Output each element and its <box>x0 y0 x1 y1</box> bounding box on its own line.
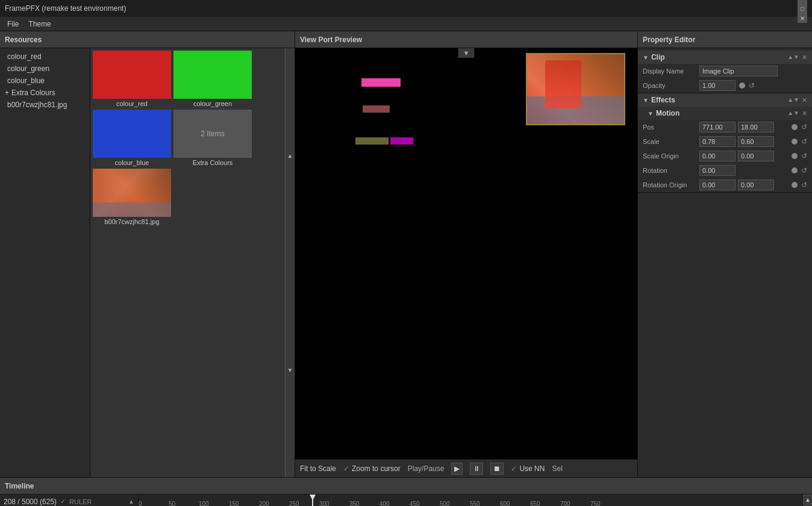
timeline-v-scroll: ▲ ▼ <box>802 495 812 506</box>
pe-display-name-label: Display Name <box>643 67 697 75</box>
play-button[interactable]: ▶ <box>451 463 463 475</box>
resource-item-colour-red[interactable]: colour_red <box>0 51 90 63</box>
pe-pos-refresh-icon[interactable]: ↺ <box>801 123 807 131</box>
pe-pos-row: Pos ↺ <box>638 120 812 134</box>
pe-motion-x-icon[interactable]: ✕ <box>802 110 807 117</box>
vp-element-darkred <box>363 105 390 113</box>
resources-panel: Resources colour_red colour_green colour… <box>0 31 295 477</box>
pe-rotation-origin-label: Rotation Origin <box>643 181 697 189</box>
resource-group-extra-colours[interactable]: + Extra Colours <box>0 87 90 99</box>
resource-grid-extra-colours[interactable]: 2 Items Extra Colours <box>173 110 252 166</box>
zoom-to-cursor-check: ✓ Zoom to cursor <box>343 464 401 473</box>
colour-red-label: colour_red <box>116 100 148 107</box>
pe-scale-refresh-icon[interactable]: ↺ <box>801 137 807 146</box>
resource-scroll-up-button[interactable]: ▲ <box>286 48 295 263</box>
pe-effects-section: ▼ Effects ▲▼ ✕ ▼ Motion ▲▼ <box>638 93 812 193</box>
use-nn-check: ✓ Use NN <box>511 464 545 473</box>
pe-pos-dot[interactable] <box>792 124 798 130</box>
resource-scroll-down-button[interactable]: ▼ <box>286 263 295 477</box>
ruler-check-icon: ✓ <box>60 498 66 505</box>
pe-rotation-dot[interactable] <box>792 167 798 173</box>
ruler-tick-300: 300 <box>319 501 329 506</box>
pe-opacity-label: Opacity <box>643 82 697 89</box>
ruler-label: RULER <box>69 498 92 505</box>
pe-motion-header[interactable]: ▼ Motion ▲▼ ✕ <box>638 107 812 120</box>
pe-rotation-origin-y-input[interactable] <box>738 180 774 190</box>
pe-pos-label: Pos <box>643 123 697 131</box>
play-pause-label: Play/Pause <box>408 464 445 473</box>
pe-scale-x-input[interactable] <box>699 136 735 147</box>
stop-button[interactable]: ⏹ <box>490 463 504 475</box>
pe-scale-origin-x-input[interactable] <box>699 151 735 161</box>
pe-display-name-input[interactable] <box>699 66 778 77</box>
timeline-panel: Timeline 208 / 5000 (625) ✓ RULER ▲ ▼ V … <box>0 477 812 506</box>
pe-pos-x-input[interactable] <box>699 122 735 133</box>
ruler-tick-650: 650 <box>530 501 540 506</box>
close-button[interactable]: ✕ <box>798 13 807 23</box>
pe-motion-up-icon[interactable]: ▲▼ <box>787 110 799 117</box>
pe-scale-dot[interactable] <box>792 139 798 145</box>
pe-clip-up-icon[interactable]: ▲▼ <box>787 54 799 61</box>
resource-item-colour-green[interactable]: colour_green <box>0 63 90 75</box>
pe-scale-inputs <box>699 136 788 147</box>
menubar: File Theme <box>0 17 812 31</box>
track-content[interactable]: 0 50 100 150 200 250 300 350 400 450 500… <box>139 495 802 506</box>
pe-opacity-row: Opacity ↺ <box>638 78 812 93</box>
maximize-button[interactable]: □ <box>798 4 807 13</box>
timeline-title: Timeline <box>5 482 34 490</box>
menu-theme[interactable]: Theme <box>23 19 55 30</box>
fit-to-scale-button[interactable]: Fit to Scale <box>300 464 336 473</box>
pe-rotation-origin-dot[interactable] <box>792 182 798 188</box>
pe-rotation-label: Rotation <box>643 167 697 174</box>
pe-pos-y-input[interactable] <box>738 122 774 133</box>
pe-scale-origin-inputs <box>699 151 788 161</box>
viewport-canvas[interactable]: ▼ <box>295 48 637 459</box>
pe-rotation-refresh-icon[interactable]: ↺ <box>801 166 807 175</box>
ruler-tick-350: 350 <box>349 501 360 506</box>
resource-grid-colour-blue[interactable]: colour_blue <box>93 110 171 166</box>
timeline-scroll-up-arrow[interactable]: ▲ <box>803 495 812 504</box>
pe-rotation-inputs <box>699 165 788 176</box>
image-thumb <box>93 169 171 217</box>
resource-item-colour-blue[interactable]: colour_blue <box>0 75 90 87</box>
pe-effects-up-icon[interactable]: ▲▼ <box>787 96 799 104</box>
ruler-tick-450: 450 <box>410 501 420 506</box>
vp-element-purple <box>390 137 413 145</box>
timeline-scroll-up-button[interactable]: ▲ <box>128 498 134 505</box>
pe-scale-y-input[interactable] <box>738 136 774 147</box>
resources-grid[interactable]: colour_red colour_green colour_blue <box>90 48 295 477</box>
pe-scale-origin-dot[interactable] <box>792 153 798 159</box>
pe-effects-x-icon[interactable]: ✕ <box>802 96 807 104</box>
ruler-tick-150: 150 <box>229 501 239 506</box>
pe-opacity-refresh-icon[interactable]: ↺ <box>749 81 755 90</box>
pe-scale-origin-y-input[interactable] <box>738 151 774 161</box>
timeline-position-row: 208 / 5000 (625) ✓ RULER ▲ <box>0 495 138 506</box>
sel-label: Sel <box>552 464 562 473</box>
titlebar-controls: ─ □ ✕ <box>798 0 807 23</box>
resources-content: colour_red colour_green colour_blue + Ex… <box>0 48 295 477</box>
pe-rotation-origin-refresh-icon[interactable]: ↺ <box>801 181 807 189</box>
resource-grid-colour-red[interactable]: colour_red <box>93 51 171 107</box>
pe-scale-origin-refresh-icon[interactable]: ↺ <box>801 152 807 160</box>
menu-file[interactable]: File <box>2 19 23 30</box>
pe-effects-header[interactable]: ▼ Effects ▲▼ ✕ <box>638 93 812 107</box>
resource-grid-colour-green[interactable]: colour_green <box>173 51 252 107</box>
pause-button[interactable]: ⏸ <box>470 463 483 475</box>
resource-item-image[interactable]: b00r7cwzjhc81.jpg <box>0 99 90 111</box>
vp-spiderman-image <box>526 53 625 125</box>
pe-clip-title-row: ▼ Clip <box>643 53 665 61</box>
pe-opacity-dot[interactable] <box>739 83 745 89</box>
pe-rotation-input[interactable] <box>699 165 735 176</box>
pe-clip-header[interactable]: ▼ Clip ▲▼ ✕ <box>638 51 812 64</box>
pe-clip-x-icon[interactable]: ✕ <box>802 54 807 61</box>
track-labels: 208 / 5000 (625) ✓ RULER ▲ ▼ V 1.0000 Vi… <box>0 495 139 506</box>
viewport-title: View Port Preview <box>300 36 362 44</box>
pe-rotation-origin-x-input[interactable] <box>699 180 735 190</box>
pe-opacity-input[interactable] <box>699 80 735 91</box>
pe-effects-controls: ▲▼ ✕ <box>787 96 807 104</box>
viewport-dropdown[interactable]: ▼ <box>458 48 475 58</box>
vp-element-olive <box>355 137 389 145</box>
ruler-tick-700: 700 <box>560 501 570 506</box>
resource-grid-image[interactable]: b00r7cwzjhc81.jpg <box>93 169 171 225</box>
ruler-tick-0: 0 <box>139 501 142 506</box>
